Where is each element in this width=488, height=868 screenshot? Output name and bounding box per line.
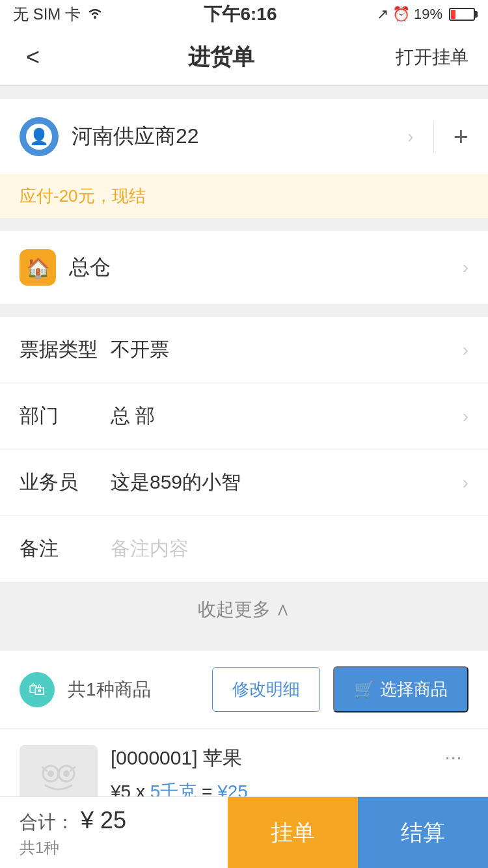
nav-bar: < 进货单 打开挂单 (0, 29, 488, 86)
hang-button[interactable]: 挂单 (228, 797, 358, 869)
edit-detail-button[interactable]: 修改明细 (212, 667, 320, 712)
back-button[interactable]: < (20, 37, 46, 77)
dept-label: 部门 (20, 403, 111, 429)
checkout-button[interactable]: 结算 (358, 797, 488, 869)
page-title: 进货单 (188, 42, 254, 72)
select-product-button[interactable]: 🛒 选择商品 (333, 666, 468, 712)
product-title: 苹果 (203, 747, 242, 768)
warehouse-icon: 🏠 (20, 249, 56, 286)
total-label: 合计： (20, 812, 74, 832)
open-hang-button[interactable]: 打开挂单 (396, 45, 468, 70)
product-info: [0000001] 苹果 ¥5 x 5千克 = ¥25 (111, 745, 425, 804)
product-more-button[interactable]: ··· (438, 745, 468, 769)
battery-percent: 19% (414, 6, 442, 23)
select-product-label: 选择商品 (380, 678, 448, 701)
invoice-label: 票据类型 (20, 336, 111, 363)
remark-label: 备注 (20, 536, 111, 562)
status-left: 无 SIM 卡 (13, 4, 104, 25)
location-icon: ↗ (377, 6, 388, 23)
supplier-row[interactable]: 👤 河南供应商22 › + (0, 99, 488, 174)
dept-chevron-icon: › (463, 406, 468, 427)
remark-placeholder[interactable]: 备注内容 (111, 536, 468, 562)
product-count: 共1种商品 (68, 677, 199, 702)
staff-label: 业务员 (20, 469, 111, 496)
staff-row[interactable]: 业务员 这是859的小智 › (0, 450, 488, 516)
invoice-chevron-icon: › (463, 340, 468, 360)
dept-value: 总 部 (111, 403, 463, 429)
status-bar: 无 SIM 卡 下午6:16 ↗ ⏰ 19% (0, 0, 488, 29)
product-icon: 🛍 (20, 672, 55, 707)
shopping-bag-icon: 🛍 (29, 679, 46, 699)
total-count: 共1种 (20, 837, 208, 858)
warehouse-name: 总仓 (69, 253, 463, 282)
dept-row[interactable]: 部门 总 部 › (0, 383, 488, 450)
invoice-row[interactable]: 票据类型 不开票 › (0, 317, 488, 383)
collapse-button[interactable]: 收起更多 ∧ (0, 582, 488, 638)
svg-point-3 (47, 770, 54, 777)
supplier-name: 河南供应商22 (72, 122, 407, 151)
product-name: [0000001] 苹果 (111, 745, 425, 772)
total-amount: 合计： ¥ 25 (20, 807, 208, 835)
avatar-inner: 👤 (26, 124, 52, 150)
staff-chevron-icon: › (463, 472, 468, 493)
staff-value: 这是859的小智 (111, 469, 463, 496)
warehouse-section: 🏠 总仓 › (0, 231, 488, 304)
invoice-value: 不开票 (111, 336, 463, 363)
total-amount-value: ¥ 25 (81, 807, 126, 834)
select-product-icon: 🛒 (354, 679, 375, 699)
battery-icon (449, 8, 475, 21)
warehouse-chevron-icon: › (463, 257, 468, 278)
supplier-section: 👤 河南供应商22 › + 应付-20元，现结 (0, 99, 488, 218)
wifi-icon (86, 5, 104, 23)
supplier-chevron-icon: › (407, 126, 413, 147)
vertical-divider (433, 120, 434, 153)
product-header: 🛍 共1种商品 修改明细 🛒 选择商品 (0, 651, 488, 728)
supplier-right: › + (407, 120, 468, 153)
status-right: ↗ ⏰ 19% (377, 6, 475, 23)
product-code: [0000001] (111, 747, 197, 768)
collapse-label: 收起更多 ∧ (198, 597, 291, 622)
alarm-icon: ⏰ (392, 6, 410, 23)
add-supplier-button[interactable]: + (454, 122, 468, 152)
info-banner: 应付-20元，现结 (0, 174, 488, 218)
warehouse-home-icon: 🏠 (26, 256, 50, 279)
section-gap-1 (0, 86, 488, 99)
supplier-avatar: 👤 (20, 117, 59, 156)
status-time: 下午6:16 (204, 2, 277, 27)
svg-point-4 (63, 770, 70, 777)
form-section: 票据类型 不开票 › 部门 总 部 › 业务员 这是859的小智 › 备注 备注… (0, 317, 488, 582)
carrier-text: 无 SIM 卡 (13, 4, 81, 25)
remark-row[interactable]: 备注 备注内容 (0, 516, 488, 582)
svg-point-0 (94, 16, 96, 19)
warehouse-row[interactable]: 🏠 总仓 › (0, 231, 488, 304)
total-section: 合计： ¥ 25 共1种 (0, 807, 228, 858)
avatar-person-icon: 👤 (29, 128, 49, 146)
bottom-bar: 合计： ¥ 25 共1种 挂单 结算 (0, 796, 488, 868)
